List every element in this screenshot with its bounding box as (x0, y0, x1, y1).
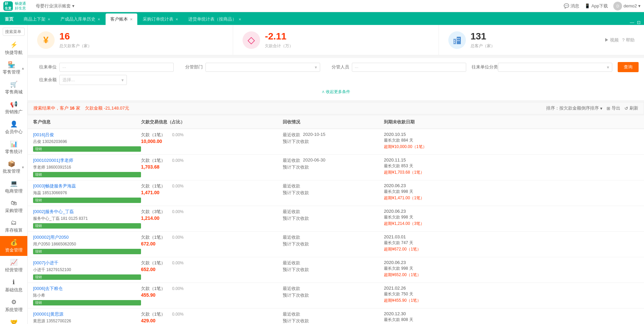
sort-selector[interactable]: 排序：按欠款金额倒序排序 ▾ (546, 105, 603, 111)
maximize-icon[interactable]: ⊡ (637, 20, 641, 25)
overdue-amount-2[interactable]: 超期¥1,471.00（1笔） (384, 195, 639, 201)
sidebar-item-label: 采购管理 (5, 208, 23, 214)
industry-select[interactable]: 母婴行业演示账套 ▾ (34, 2, 77, 10)
data-table: 客户信息 欠款交易信息（占比） 回收情况 到期未收款日期 [0016]吕俊 吕俊… (28, 116, 644, 324)
user-menu[interactable]: D demo2 ▾ (613, 2, 641, 10)
sidebar-item-batch-mgmt[interactable]: 📦 批发管理 ▼ (0, 157, 27, 177)
customer-name-1[interactable]: [0001020001]李老师 (33, 157, 141, 164)
stats-bar: ¥ 16 总欠款客户（家） ◇ -2.11 欠款合计（万） (28, 25, 644, 55)
tab-home[interactable]: 首页 (0, 13, 18, 25)
overdue-amount-0[interactable]: 超期¥10,000.00（1笔） (384, 144, 639, 150)
sidebar-item-member-center[interactable]: 👤 会员中心 (0, 118, 27, 138)
customer-name-3[interactable]: [0002]服务中心_丁磊 (33, 209, 141, 215)
debt-info-4: 欠款（1笔） 0.00% 672.00 (141, 234, 283, 246)
recovery-info-6: 最近收款 预计下次收款 (283, 286, 384, 298)
next-collection-label-0: 预计下次收款 (283, 139, 309, 145)
sidebar-item-inventory[interactable]: 🗂 库存核算 (0, 216, 27, 236)
overdue-amount-1[interactable]: 超期¥1,703.68（1笔） (384, 170, 639, 175)
sidebar-item-finance[interactable]: 💰 资金管理 (0, 236, 27, 256)
search-button[interactable]: 查询 (618, 62, 639, 72)
app-download-label: App下载 (591, 3, 608, 9)
table-row: [0006]去下粮仓 陈小希 现销 欠款（1笔） 0.00% 455.90 (28, 283, 644, 308)
result-actions: 排序：按欠款金额倒序排序 ▾ ⊞ 导出 ↺ 刷新 (546, 105, 638, 111)
sidebar-item-retail-mgmt[interactable]: 🏪 零售管理 ▲ (0, 58, 27, 78)
tab-product-off[interactable]: 商品上下架 ✕ (19, 13, 55, 25)
sidebar-item-purchase[interactable]: 🛍 采购管理 (0, 197, 27, 216)
sidebar-item-marketing[interactable]: 📢 营销推广 (0, 98, 27, 118)
top-bar: 好生意 畅捷通好生意 母婴行业演示账套 ▾ 💬 消息 📱 App下载 D dem… (0, 0, 644, 12)
tab-close-icon[interactable]: ✕ (97, 18, 100, 21)
sidebar-item-label: 零售统计 (5, 149, 23, 155)
overdue-amount-4[interactable]: 超期¥672.00（1笔） (384, 246, 639, 252)
sidebar-search-input[interactable] (3, 28, 25, 36)
tab-customer-account[interactable]: 客户账本 ✕ (106, 13, 137, 25)
col-header-recovery: 回收情况 (283, 119, 384, 125)
sidebar-item-retail-mall[interactable]: 🛒 零售商城 (0, 78, 27, 98)
result-prefix: 搜索结果中，客户 (33, 106, 68, 111)
sidebar-item-basic-info[interactable]: ℹ 基础信息 (0, 276, 27, 296)
tab-purchase-order[interactable]: 采购订单统计表 ✕ (138, 13, 183, 25)
message-btn[interactable]: 💬 消息 (564, 3, 579, 9)
balance-input[interactable]: 选择... ▾ (59, 75, 127, 85)
tab-close-icon[interactable]: ✕ (130, 18, 133, 21)
export-button[interactable]: ⊞ 导出 (607, 105, 620, 111)
recovery-info-3: 最近收款 预计下次收款 (283, 209, 384, 222)
stat-info-all: 131 总客户（家） (471, 31, 495, 49)
filter-collapse-btn[interactable]: ∧ 收起更多条件 (33, 88, 639, 96)
sidebar-item-ecommerce[interactable]: 💻 电商管理 (0, 177, 27, 197)
minimize-icon[interactable]: — (630, 20, 634, 25)
stat-label-all: 总客户（家） (471, 43, 495, 49)
overdue-amount-6[interactable]: 超期¥455.90（1笔） (384, 298, 639, 303)
customer-name-7[interactable]: [000001]黄思源 (33, 311, 141, 317)
manager-input[interactable]: ··· (352, 63, 466, 72)
source-unit-input[interactable]: ··· (59, 63, 174, 72)
table-row: [0001020001]李老师 李老师 18600391516 现销 欠款（1笔… (28, 155, 644, 180)
logo-icon: 好生意 (3, 1, 13, 11)
unit-category-input[interactable]: ▾ (498, 63, 612, 72)
overdue-amount-5[interactable]: 超期¥652.00（1笔） (384, 272, 639, 278)
customer-badge-0: 现销 (33, 146, 141, 152)
tab-close-icon[interactable]: ✕ (239, 18, 241, 21)
last-collection-label-5: 最近收款 (283, 260, 300, 266)
overdue-info-1: 2020.11.15 最长欠款 853 天 超期¥1,703.68（1笔） (384, 157, 639, 175)
customer-name-5[interactable]: [0007]小进千 (33, 260, 141, 266)
sidebar-item-retail-stats[interactable]: 📊 零售统计 (0, 138, 27, 157)
manager-dots: ··· (355, 65, 359, 70)
customer-phone-0: 吕俊 13026203696 (33, 139, 141, 145)
industry-label: 母婴行业演示账套 (36, 3, 71, 9)
overdue-amount-3[interactable]: 超期¥1,214.00（3笔） (384, 221, 639, 227)
stat-icon-building (448, 31, 466, 49)
overdue-date-0: 2020.10.15 (384, 132, 639, 137)
department-input[interactable]: ▾ (205, 63, 320, 72)
tab-close-icon[interactable]: ✕ (175, 18, 178, 21)
recovery-info-0: 最近收款 2020-10-15 预计下次收款 (283, 132, 384, 145)
refresh-button[interactable]: ↺ 刷新 (624, 105, 638, 111)
debt-amount-6: 455.90 (141, 292, 283, 298)
customer-name-6[interactable]: [0006]去下粮仓 (33, 286, 141, 292)
refresh-label: 刷新 (629, 105, 638, 111)
sidebar-item-quick-nav[interactable]: ⚡ 快捷导航 (0, 38, 27, 58)
overdue-info-7: 2020.12.30 最长欠款 808 天 超期¥429.00（1笔） (384, 311, 639, 324)
last-collection-label-3: 最近收款 (283, 209, 300, 215)
filter-row-1: 往来单位 ··· 分管部门 ▾ 分管人员 ··· (33, 62, 639, 72)
sidebar-item-system[interactable]: ⚙ 系统管理 (0, 296, 27, 316)
debt-count-0: 欠款（1笔） (141, 132, 165, 138)
video-btn[interactable]: ▶ 视频 (605, 37, 619, 43)
tab-close-icon[interactable]: ✕ (48, 18, 50, 21)
overdue-info-4: 2021.03.01 最长欠款 747 天 超期¥672.00（1笔） (384, 234, 639, 252)
customer-name-0[interactable]: [0016]吕俊 (33, 132, 141, 138)
customer-name-2[interactable]: [0003]畅捷服务尹海蕊 (33, 183, 141, 189)
app-download-btn[interactable]: 📱 App下载 (585, 3, 608, 9)
tab-product-history[interactable]: 产成品入库单历史 ✕ (56, 13, 105, 25)
help-btn[interactable]: ? 帮助 (622, 37, 635, 43)
sidebar-item-operations[interactable]: 📈 经营管理 (0, 256, 27, 276)
sort-label: 排序：按欠款金额倒序排序 (546, 105, 599, 111)
sidebar-item-label: 批发管理 (3, 168, 20, 174)
debt-amount-3: 1,214.00 (141, 215, 283, 221)
system-icon: ⚙ (11, 298, 17, 306)
tab-inbound-stats[interactable]: 进货单统计表（按商品） ✕ (184, 13, 246, 25)
sidebar-item-enterprise-collab[interactable]: 🤝 企业协同 (0, 316, 27, 324)
debt-count-6: 欠款（1笔） (141, 286, 165, 292)
customer-name-4[interactable]: [000002]用户2050 (33, 234, 141, 240)
svg-rect-4 (457, 38, 458, 39)
